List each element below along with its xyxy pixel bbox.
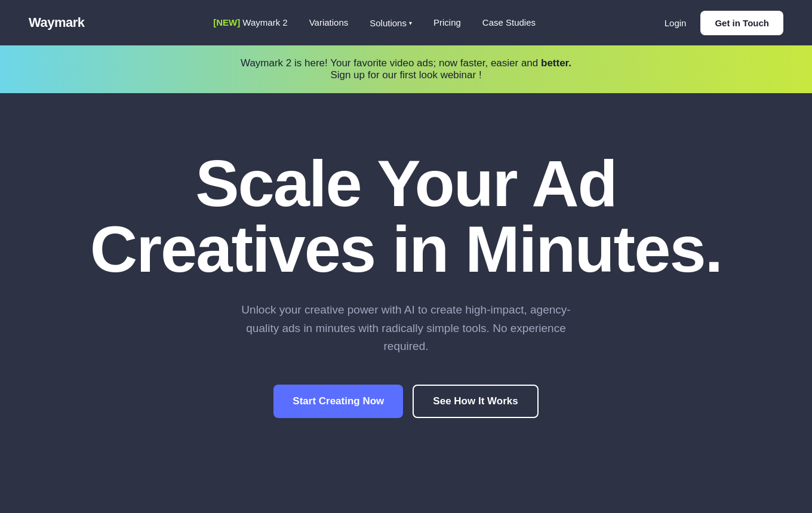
nav-link-variations[interactable]: Variations [309,17,349,27]
see-how-it-works-button[interactable]: See How It Works [413,385,538,418]
nav-link-waymark2-label: Waymark 2 [242,17,287,27]
nav-link-solutions-label: Solutions [370,18,407,28]
announcement-bold: better. [541,57,571,69]
nav-badge: [NEW] [213,17,240,27]
nav-right: Login Get in Touch [665,11,783,35]
hero-subtext: Unlock your creative power with AI to cr… [233,301,579,355]
login-link[interactable]: Login [665,18,687,28]
announcement-banner[interactable]: Waymark 2 is here! Your favorite video a… [0,45,812,93]
announcement-text: Waymark 2 is here! Your favorite video a… [29,57,783,69]
nav-link-solutions[interactable]: Solutions ▾ [370,18,412,28]
nav-link-case-studies[interactable]: Case Studies [482,17,536,27]
logo[interactable]: Waymark [29,15,85,30]
get-in-touch-button[interactable]: Get in Touch [700,11,783,35]
announcement-line1-prefix: Waymark 2 is here! Your favorite video a… [241,57,541,69]
nav-link-pricing[interactable]: Pricing [433,17,461,27]
hero-buttons: Start Creating Now See How It Works [273,385,538,418]
nav-link-waymark2[interactable]: [NEW] Waymark 2 [213,17,287,27]
hero-headline: Scale Your Ad Creatives in Minutes. [78,150,734,282]
hero-section: Scale Your Ad Creatives in Minutes. Unlo… [0,93,812,463]
chevron-down-icon: ▾ [409,20,412,26]
start-creating-button[interactable]: Start Creating Now [273,385,403,418]
navigation: Waymark [NEW] Waymark 2 Variations Solut… [0,0,812,45]
announcement-line2: Sign up for our first look webinar ! [29,69,783,81]
